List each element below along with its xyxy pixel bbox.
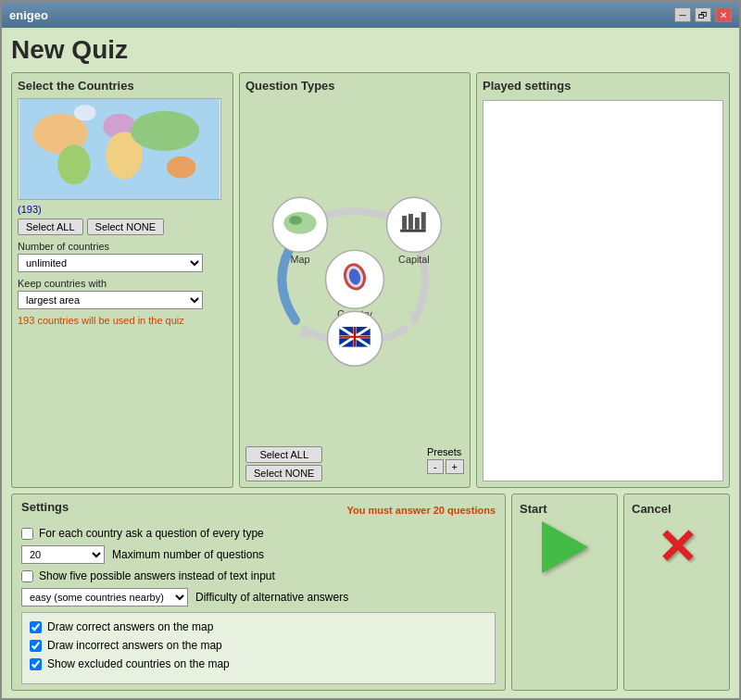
- select-none-questions-button[interactable]: Select NONE: [245, 465, 322, 481]
- settings-title: Settings: [21, 500, 69, 514]
- svg-text:Country: Country: [337, 308, 372, 319]
- checkbox2[interactable]: [21, 570, 33, 582]
- question-panel: Question Types: [239, 72, 471, 488]
- number-label: Number of countries: [18, 241, 227, 252]
- window-title: enigeo: [9, 8, 48, 22]
- check3-row: Draw correct answers on the map: [30, 620, 487, 633]
- countries-panel: Select the Countries: [11, 72, 233, 488]
- svg-point-12: [273, 197, 328, 252]
- max-questions-label: Maximum number of questions: [112, 548, 264, 561]
- svg-point-28: [328, 311, 383, 366]
- world-map[interactable]: [18, 98, 221, 200]
- check4[interactable]: [30, 640, 42, 652]
- question-diagram: Map Capital: [245, 98, 464, 443]
- select-all-countries-button[interactable]: Select ALL: [18, 219, 83, 235]
- check3-label: Draw correct answers on the map: [47, 620, 213, 633]
- check4-row: Draw incorrect answers on the map: [30, 639, 487, 652]
- svg-marker-10: [298, 330, 311, 339]
- max-questions-select[interactable]: 20 10 50 100: [21, 545, 105, 564]
- preset-plus-button[interactable]: +: [446, 459, 464, 474]
- checkbox1-label: For each country ask a question of every…: [39, 527, 264, 540]
- svg-marker-11: [289, 239, 302, 251]
- svg-point-13: [283, 212, 316, 234]
- check5-label: Show excluded countries on the map: [47, 657, 230, 670]
- must-answer-text: You must answer 20 questions: [346, 505, 496, 516]
- difficulty-select[interactable]: easy (some countries nearby) medium hard: [21, 588, 188, 606]
- svg-rect-18: [408, 214, 413, 230]
- svg-rect-19: [415, 218, 420, 230]
- check4-label: Draw incorrect answers on the map: [47, 639, 222, 652]
- settings-panel: Settings You must answer 20 questions Fo…: [11, 494, 506, 691]
- cancel-button[interactable]: ✕: [645, 521, 710, 572]
- question-btn-row: Select ALL Select NONE Presets - +: [245, 446, 464, 481]
- page-title: New Quiz: [11, 35, 730, 65]
- svg-point-23: [326, 250, 384, 308]
- svg-point-25: [344, 264, 365, 289]
- countries-info-text: 193 countries will be used in the quiz: [18, 315, 227, 326]
- max-questions-row: 20 10 50 100 Maximum number of questions: [21, 545, 496, 564]
- main-window: enigeo ─ 🗗 ✕ New Quiz Select the Countri…: [0, 0, 741, 700]
- svg-point-7: [74, 105, 96, 121]
- window-controls: ─ 🗗 ✕: [674, 7, 732, 22]
- number-of-countries-select[interactable]: unlimited 10 20 50: [18, 254, 203, 272]
- svg-point-24: [341, 261, 369, 294]
- svg-point-2: [57, 144, 90, 184]
- svg-point-26: [347, 268, 362, 286]
- check5[interactable]: [30, 658, 42, 670]
- keep-label: Keep countries with: [18, 278, 227, 289]
- svg-text:Map: Map: [290, 254, 309, 265]
- map-options-group: Draw correct answers on the map Draw inc…: [21, 612, 496, 684]
- svg-point-5: [131, 111, 200, 151]
- restore-button[interactable]: 🗗: [695, 7, 711, 22]
- check3[interactable]: [30, 621, 42, 633]
- svg-rect-21: [400, 230, 426, 232]
- svg-point-14: [289, 216, 302, 225]
- cancel-x-icon: ✕: [657, 523, 697, 571]
- select-all-questions-button[interactable]: Select ALL: [245, 446, 322, 463]
- svg-point-6: [167, 156, 195, 179]
- played-content: [483, 100, 723, 481]
- cancel-panel: Cancel ✕: [623, 494, 730, 691]
- svg-marker-8: [400, 216, 414, 225]
- cancel-label: Cancel: [632, 502, 672, 516]
- countries-panel-title: Select the Countries: [18, 79, 227, 93]
- minimize-button[interactable]: ─: [674, 7, 691, 22]
- start-arrow-icon: [542, 521, 588, 573]
- difficulty-row: easy (some countries nearby) medium hard…: [21, 588, 496, 606]
- checkbox1[interactable]: [21, 528, 33, 540]
- start-label: Start: [520, 502, 547, 516]
- country-count: (193): [18, 204, 227, 215]
- svg-point-16: [386, 197, 441, 252]
- action-panels: Start Cancel ✕: [511, 494, 730, 691]
- select-none-countries-button[interactable]: Select NONE: [87, 219, 164, 235]
- svg-text:Capital: Capital: [398, 254, 430, 265]
- checkbox2-label: Show five possible answers instead of te…: [39, 569, 275, 582]
- preset-controls: - +: [427, 459, 464, 474]
- main-row: Select the Countries: [11, 72, 730, 488]
- presets-label: Presets: [427, 446, 461, 457]
- checkbox1-row: For each country ask a question of every…: [21, 527, 496, 540]
- settings-header: Settings You must answer 20 questions: [21, 500, 496, 519]
- countries-btn-row: Select ALL Select NONE: [18, 219, 227, 235]
- preset-minus-button[interactable]: -: [427, 459, 444, 474]
- start-panel: Start: [511, 494, 618, 691]
- start-button[interactable]: [533, 521, 597, 572]
- checkbox2-row: Show five possible answers instead of te…: [21, 569, 496, 582]
- window-content: New Quiz Select the Countries: [2, 28, 739, 698]
- bottom-row: Settings You must answer 20 questions Fo…: [11, 494, 730, 691]
- svg-marker-9: [408, 311, 421, 320]
- title-bar: enigeo ─ 🗗 ✕: [2, 2, 739, 28]
- question-panel-title: Question Types: [245, 79, 464, 93]
- svg-rect-20: [421, 212, 426, 230]
- difficulty-label: Difficulty of alternative answers: [195, 591, 348, 604]
- svg-rect-17: [402, 216, 407, 230]
- played-panel: Played settings: [476, 72, 730, 488]
- svg-line-30: [339, 327, 370, 347]
- close-button[interactable]: ✕: [715, 7, 732, 22]
- check5-row: Show excluded countries on the map: [30, 657, 487, 670]
- svg-line-31: [339, 327, 370, 347]
- keep-countries-select[interactable]: largest area smallest area most populati…: [18, 291, 203, 309]
- svg-rect-29: [339, 327, 370, 347]
- played-panel-title: Played settings: [483, 79, 723, 93]
